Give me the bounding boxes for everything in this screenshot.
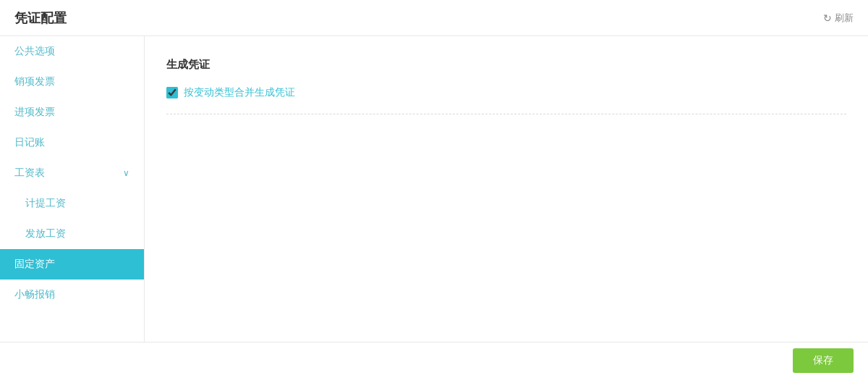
main-layout: 公共选项销项发票进项发票日记账工资表∨计提工资发放工资固定资产小畅报销 生成凭证… bbox=[0, 36, 868, 342]
refresh-icon: ↻ bbox=[823, 12, 832, 24]
refresh-label: 刷新 bbox=[835, 12, 854, 25]
sidebar-item-sales-invoice[interactable]: 销项发票 bbox=[0, 67, 144, 97]
page-title: 凭证配置 bbox=[14, 9, 67, 27]
sidebar-item-payroll-pay[interactable]: 发放工资 bbox=[0, 219, 144, 249]
sidebar-item-fixed-assets[interactable]: 固定资产 bbox=[0, 249, 144, 280]
page-header: 凭证配置 ↻ 刷新 bbox=[0, 0, 868, 36]
page-footer: 保存 bbox=[0, 342, 868, 378]
sidebar-item-label: 工资表 bbox=[14, 167, 45, 180]
sidebar-item-journal[interactable]: 日记账 bbox=[0, 127, 144, 158]
merge-voucher-label[interactable]: 按变动类型合并生成凭证 bbox=[184, 86, 295, 99]
merge-voucher-checkbox[interactable] bbox=[166, 87, 178, 98]
sidebar-item-label: 公共选项 bbox=[14, 45, 55, 58]
sidebar-item-label: 进项发票 bbox=[14, 106, 55, 119]
sidebar-item-label: 计提工资 bbox=[25, 197, 66, 210]
chevron-down-icon: ∨ bbox=[123, 168, 129, 178]
sidebar-item-payroll-accrual[interactable]: 计提工资 bbox=[0, 188, 144, 219]
sidebar-item-label: 固定资产 bbox=[14, 258, 55, 271]
sidebar-item-label: 日记账 bbox=[14, 136, 45, 149]
sidebar-item-label: 销项发票 bbox=[14, 75, 55, 88]
content-area: 生成凭证 按变动类型合并生成凭证 bbox=[145, 36, 868, 342]
sidebar-item-public[interactable]: 公共选项 bbox=[0, 36, 144, 67]
sidebar: 公共选项销项发票进项发票日记账工资表∨计提工资发放工资固定资产小畅报销 bbox=[0, 36, 145, 342]
sidebar-item-payroll-table[interactable]: 工资表∨ bbox=[0, 158, 144, 188]
sidebar-item-label: 小畅报销 bbox=[14, 288, 55, 301]
section-title: 生成凭证 bbox=[166, 58, 846, 72]
section-divider bbox=[166, 114, 846, 114]
save-button[interactable]: 保存 bbox=[793, 348, 854, 373]
refresh-button[interactable]: ↻ 刷新 bbox=[823, 12, 854, 25]
sidebar-item-expense[interactable]: 小畅报销 bbox=[0, 280, 144, 310]
sidebar-item-purchase-invoice[interactable]: 进项发票 bbox=[0, 97, 144, 127]
checkbox-row: 按变动类型合并生成凭证 bbox=[166, 86, 846, 99]
sidebar-item-label: 发放工资 bbox=[25, 227, 66, 240]
